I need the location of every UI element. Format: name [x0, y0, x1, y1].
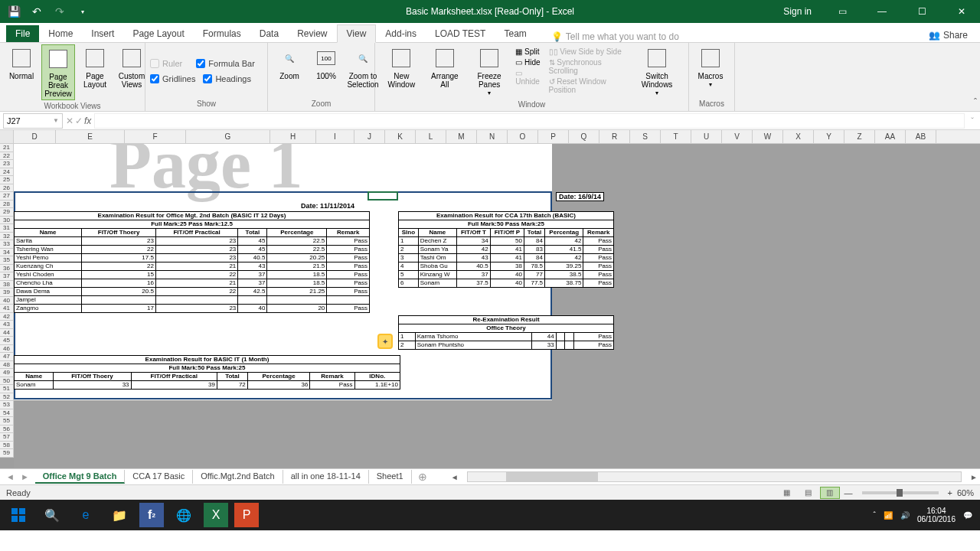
new-window-button[interactable]: New Window [380, 44, 423, 90]
chrome-icon[interactable]: 🌐 [168, 501, 199, 529]
normal-view-button[interactable]: Normal [5, 44, 38, 82]
file-explorer-icon[interactable]: 📁 [104, 501, 135, 529]
notifications-icon[interactable]: 💬 [963, 511, 972, 520]
row-59[interactable]: 59 [0, 449, 14, 458]
row-56[interactable]: 56 [0, 425, 14, 434]
row-42[interactable]: 42 [0, 313, 14, 321]
row-28[interactable]: 28 [0, 201, 14, 209]
custom-views-button[interactable]: Custom Views [115, 44, 149, 90]
row-49[interactable]: 49 [0, 369, 14, 377]
tab-file[interactable]: File [6, 25, 39, 42]
row-34[interactable]: 34 [0, 249, 14, 257]
col-G[interactable]: G [186, 130, 270, 143]
redo-icon[interactable]: ↷ [49, 2, 70, 21]
tab-home[interactable]: Home [39, 25, 82, 42]
collapse-ribbon-icon[interactable]: ˆ [974, 97, 977, 108]
tab-review[interactable]: Review [288, 25, 336, 42]
scroll-left-icon[interactable]: ◄ [449, 473, 461, 481]
zoom-thumb[interactable] [897, 489, 903, 497]
col-W[interactable]: W [753, 130, 783, 143]
close-icon[interactable]: ✕ [946, 0, 977, 23]
col-AA[interactable]: AA [875, 130, 906, 143]
row-37[interactable]: 37 [0, 272, 14, 281]
page-layout-view-icon[interactable]: ▤ [799, 487, 818, 499]
unhide-button[interactable]: ▭ Unhide [515, 69, 545, 86]
qat-customize-icon[interactable]: ▾ [72, 2, 93, 21]
ribbon-options-icon[interactable]: ▭ [827, 0, 858, 23]
page-layout-button[interactable]: Page Layout [78, 44, 112, 90]
page-break-preview-button[interactable]: Page Break Preview [41, 44, 75, 100]
horizontal-scrollbar[interactable] [467, 471, 962, 482]
chevron-right-icon[interactable]: ► [21, 472, 29, 481]
switch-windows-button[interactable]: Switch Windows▾ [630, 44, 684, 99]
col-Y[interactable]: Y [814, 130, 844, 143]
row-53[interactable]: 53 [0, 401, 14, 409]
taskbar-clock[interactable]: 16:0406/10/2016 [917, 507, 956, 523]
row-51[interactable]: 51 [0, 385, 14, 393]
tab-view[interactable]: View [337, 24, 377, 43]
col-O[interactable]: O [508, 130, 538, 143]
expand-formula-bar-icon[interactable]: ˇ [965, 116, 980, 126]
row-44[interactable]: 44 [0, 329, 14, 337]
sign-in-link[interactable]: Sign in [777, 6, 818, 17]
volume-icon[interactable]: 🔊 [900, 511, 910, 520]
excel-icon[interactable]: X [204, 503, 228, 527]
row-22[interactable]: 22 [0, 152, 14, 161]
row-48[interactable]: 48 [0, 361, 14, 370]
col-M[interactable]: M [446, 130, 477, 143]
undo-icon[interactable]: ↶ [26, 2, 47, 21]
row-23[interactable]: 23 [0, 160, 14, 168]
row-26[interactable]: 26 [0, 184, 14, 193]
row-35[interactable]: 35 [0, 256, 14, 265]
row-41[interactable]: 41 [0, 305, 14, 313]
col-F[interactable]: F [125, 130, 186, 143]
name-box[interactable]: J27▼ [3, 113, 63, 129]
zoom-slider[interactable] [862, 491, 939, 494]
start-button[interactable] [3, 501, 34, 529]
col-P[interactable]: P [538, 130, 569, 143]
tab-addins[interactable]: Add-ins [376, 25, 426, 42]
tab-page-layout[interactable]: Page Layout [123, 25, 193, 42]
col-N[interactable]: N [477, 130, 508, 143]
col-S[interactable]: S [630, 130, 661, 143]
col-X[interactable]: X [783, 130, 814, 143]
row-57[interactable]: 57 [0, 433, 14, 442]
hide-button[interactable]: ▭ Hide [515, 58, 545, 67]
col-E[interactable]: E [56, 130, 125, 143]
row-24[interactable]: 24 [0, 168, 14, 177]
row-headers[interactable]: 2122232425262728293031323334353637383940… [0, 144, 14, 468]
normal-view-icon[interactable]: ▦ [777, 487, 797, 499]
row-27[interactable]: 27 [0, 192, 14, 201]
select-all-corner[interactable] [0, 130, 14, 143]
spreadsheet-grid[interactable]: DEFGHIJKLMNOPQRSTUVWXYZAAAB 212223242526… [0, 130, 980, 468]
col-K[interactable]: K [385, 130, 416, 143]
sheet-tab[interactable]: CCA 17 Basic [125, 470, 193, 484]
row-30[interactable]: 30 [0, 217, 14, 225]
col-H[interactable]: H [270, 130, 316, 143]
arrange-all-button[interactable]: Arrange All [426, 44, 463, 90]
row-31[interactable]: 31 [0, 224, 14, 233]
chevron-left-icon[interactable]: ◄ [6, 472, 15, 481]
row-32[interactable]: 32 [0, 233, 14, 241]
row-36[interactable]: 36 [0, 265, 14, 273]
row-40[interactable]: 40 [0, 297, 14, 305]
row-55[interactable]: 55 [0, 417, 14, 425]
sheet-tab[interactable]: all in one 18-11-14 [283, 470, 369, 484]
col-Z[interactable]: Z [844, 130, 875, 143]
row-21[interactable]: 21 [0, 144, 14, 152]
scroll-right-icon[interactable]: ► [968, 473, 980, 481]
row-25[interactable]: 25 [0, 176, 14, 184]
zoom-button[interactable]: 🔍Zoom [273, 44, 306, 82]
sheet-tab[interactable]: Office Mgt 9 Batch [35, 470, 126, 484]
powerpoint-icon[interactable]: P [234, 503, 259, 527]
maximize-icon[interactable]: ☐ [906, 0, 937, 23]
split-button[interactable]: ▦ Split [515, 47, 545, 56]
zoom-100-button[interactable]: 100100% [309, 44, 343, 82]
row-45[interactable]: 45 [0, 337, 14, 345]
tab-formulas[interactable]: Formulas [194, 25, 250, 42]
facebook-icon[interactable]: f2 [139, 503, 164, 527]
col-AB[interactable]: AB [906, 130, 936, 143]
formula-input[interactable] [94, 113, 965, 129]
headings-checkbox[interactable]: Headings [203, 73, 250, 84]
tab-team[interactable]: Team [495, 25, 535, 42]
